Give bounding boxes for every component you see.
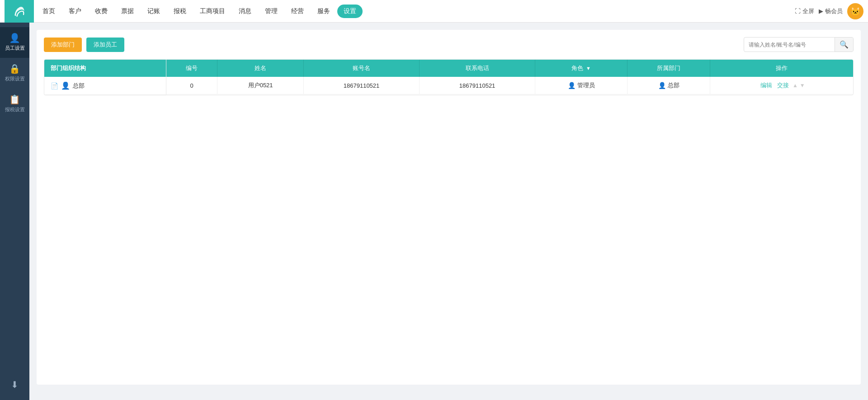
permission-icon: 🔒 — [9, 64, 20, 73]
cell-dept: 👤 总部 — [627, 77, 710, 94]
dept-name: 总部 — [73, 82, 85, 90]
col-header-dept: 所属部门 — [627, 60, 710, 77]
top-right-area: ⛶ 全屏 ▶ 畅会员 🐱 — [795, 3, 863, 19]
edit-button[interactable]: 编辑 — [760, 82, 772, 89]
role-icon: 👤 — [568, 82, 576, 89]
dept-person-icon-row: 👤 — [658, 82, 666, 89]
col-header-name: 姓名 — [217, 60, 304, 77]
department-tree: 部门组织结构 📄 👤 总部 — [44, 59, 166, 95]
role-label: 管理员 — [577, 81, 595, 89]
table-wrapper: 部门组织结构 📄 👤 总部 编号 姓名 账号名 — [44, 59, 854, 95]
add-employee-button[interactable]: 添加员工 — [86, 38, 124, 52]
employee-table: 编号 姓名 账号名 联系电话 角色 ▼ 所属部门 操作 — [166, 59, 854, 95]
search-area: 🔍 — [744, 37, 854, 52]
search-input[interactable] — [744, 39, 835, 51]
nav-billing[interactable]: 收费 — [89, 5, 114, 18]
member-icon: ▶ — [819, 8, 823, 14]
employee-icon: 👤 — [9, 33, 20, 42]
main-layout: 👤 员工设置 🔒 权限设置 📋 报税设置 ⬇ 添加部门 添加员工 � — [0, 23, 868, 400]
filter-icon: ▼ — [586, 66, 591, 71]
sidebar-item-tax-settings[interactable]: 📋 报税设置 — [0, 89, 29, 119]
sidebar: 👤 员工设置 🔒 权限设置 📋 报税设置 ⬇ — [0, 23, 29, 400]
tax-settings-icon: 📋 — [9, 95, 20, 104]
member-button[interactable]: ▶ 畅会员 — [819, 7, 843, 15]
table-header-row: 编号 姓名 账号名 联系电话 角色 ▼ 所属部门 操作 — [166, 60, 853, 77]
scroll-down-icon[interactable]: ▼ — [800, 82, 805, 89]
toolbar: 添加部门 添加员工 🔍 — [44, 37, 854, 52]
user-avatar[interactable]: 🐱 — [847, 3, 863, 19]
sidebar-download-button[interactable]: ⬇ — [0, 374, 29, 395]
dept-person-icon: 👤 — [61, 81, 70, 90]
table-row: 0 用户0521 18679110521 18679110521 👤 管理员 — [166, 77, 853, 94]
dept-tree-header: 部门组织结构 — [44, 60, 166, 77]
nav-customer[interactable]: 客户 — [62, 5, 88, 18]
nav-tax[interactable]: 报税 — [167, 5, 193, 18]
main-content: 添加部门 添加员工 🔍 部门组织结构 📄 👤 总部 — [29, 23, 868, 400]
top-navigation: 首页 客户 收费 票据 记账 报税 工商项目 消息 管理 经营 服务 设置 ⛶ … — [0, 0, 868, 23]
download-icon: ⬇ — [11, 380, 19, 389]
dept-label: 总部 — [668, 81, 679, 89]
cell-role: 👤 管理员 — [535, 77, 627, 94]
sidebar-label-tax-settings: 报税设置 — [5, 106, 25, 113]
col-role-label: 角色 — [571, 65, 583, 71]
col-header-phone: 联系电话 — [420, 60, 535, 77]
sidebar-label-employee: 员工设置 — [5, 45, 25, 52]
scroll-up-icon[interactable]: ▲ — [793, 82, 798, 89]
cell-actions: 编辑 交接 ▲ ▼ — [710, 77, 853, 94]
cell-account: 18679110521 — [304, 77, 420, 94]
cell-name: 用户0521 — [217, 77, 304, 94]
cell-phone: 18679110521 — [420, 77, 535, 94]
member-label: 畅会员 — [825, 7, 843, 15]
content-card: 添加部门 添加员工 🔍 部门组织结构 📄 👤 总部 — [37, 30, 861, 385]
sidebar-bottom: ⬇ — [0, 374, 29, 400]
logo — [5, 0, 34, 23]
fullscreen-icon: ⛶ — [795, 8, 801, 14]
file-icon: 📄 — [51, 82, 58, 89]
cell-id: 0 — [166, 77, 217, 94]
col-header-role[interactable]: 角色 ▼ — [535, 60, 627, 77]
nav-message[interactable]: 消息 — [232, 5, 258, 18]
col-header-id: 编号 — [166, 60, 217, 77]
dept-tree-item[interactable]: 📄 👤 总部 — [44, 77, 166, 95]
nav-service[interactable]: 服务 — [311, 5, 336, 18]
sidebar-item-permission[interactable]: 🔒 权限设置 — [0, 58, 29, 89]
nav-accounting[interactable]: 记账 — [141, 5, 166, 18]
col-header-action: 操作 — [710, 60, 853, 77]
fullscreen-label: 全屏 — [802, 7, 814, 15]
col-header-account: 账号名 — [304, 60, 420, 77]
sidebar-item-employee[interactable]: 👤 员工设置 — [0, 27, 29, 58]
nav-manage[interactable]: 管理 — [259, 5, 284, 18]
nav-invoice[interactable]: 票据 — [115, 5, 140, 18]
add-department-button[interactable]: 添加部门 — [44, 38, 82, 52]
handover-button[interactable]: 交接 — [777, 82, 789, 89]
nav-settings[interactable]: 设置 — [337, 5, 363, 18]
nav-operation[interactable]: 经营 — [285, 5, 310, 18]
nav-items: 首页 客户 收费 票据 记账 报税 工商项目 消息 管理 经营 服务 设置 — [36, 5, 795, 18]
nav-business[interactable]: 工商项目 — [193, 5, 231, 18]
sidebar-label-permission: 权限设置 — [5, 75, 25, 82]
search-button[interactable]: 🔍 — [835, 38, 853, 52]
fullscreen-button[interactable]: ⛶ 全屏 — [795, 7, 814, 15]
nav-home[interactable]: 首页 — [36, 5, 61, 18]
